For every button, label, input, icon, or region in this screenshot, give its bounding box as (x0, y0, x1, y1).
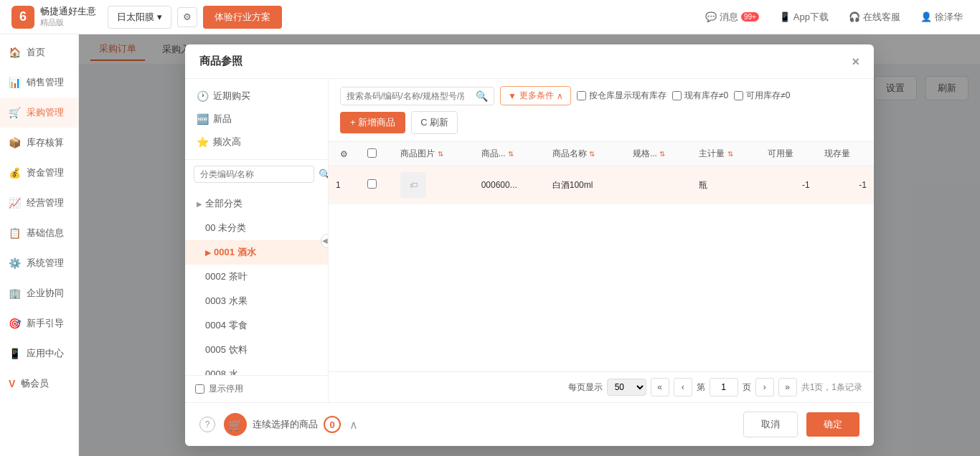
sort-name-icon: ⇅ (589, 150, 595, 158)
trial-btn[interactable]: 体验行业方案 (203, 6, 282, 29)
finance-icon: 💰 (9, 167, 21, 179)
new-icon: 🆕 (197, 113, 209, 125)
sales-icon: 📊 (9, 77, 21, 88)
cart-icon[interactable]: 🛒 (224, 413, 247, 436)
td-image: 🏷 (393, 166, 473, 204)
shortcut-frequent-label: 频次高 (213, 136, 241, 148)
cat-all[interactable]: ▶ 全部分类 (185, 191, 328, 216)
check-has-stock[interactable]: 现有库存≠0 (672, 90, 728, 102)
avatar: 👤 (920, 11, 932, 22)
sidebar-item-home[interactable]: 🏠 首页 (0, 37, 78, 67)
settings-icon[interactable]: ⚙ (177, 7, 197, 27)
modal-footer: ? 🛒 连续选择的商品 0 ∧ 取消 确定 (185, 402, 874, 446)
th-image[interactable]: 商品图片 ⇅ (393, 142, 473, 166)
page-label: 第 (697, 381, 705, 394)
page-size-select[interactable]: 50 10 20 100 (607, 379, 646, 396)
confirm-btn[interactable]: 确定 (806, 412, 859, 437)
check-by-warehouse[interactable]: 按仓库显示现有库存 (577, 90, 666, 102)
arrow-0001: ▶ (205, 249, 211, 257)
modal-header: 商品参照 × (185, 44, 874, 79)
cat-0004[interactable]: 0004 零食 (185, 313, 328, 338)
sidebar-item-sales[interactable]: 📊 销售管理 (0, 67, 78, 98)
logo-badge: 精品版 (40, 17, 96, 28)
sidebar-label-system: 系统管理 (27, 257, 64, 270)
table-row[interactable]: 1 🏷 000600... 白酒100ml (329, 166, 874, 204)
cat-0002[interactable]: 0002 茶叶 (185, 265, 328, 289)
logo-area: 6 畅捷通好生意 精品版 (11, 6, 96, 29)
sidebar-item-base[interactable]: 📋 基础信息 (0, 218, 78, 248)
modal-close-btn[interactable]: × (852, 55, 859, 68)
th-checkbox (360, 142, 394, 166)
shortcut-frequent[interactable]: ⭐ 频次高 (185, 130, 328, 153)
page-input[interactable] (710, 378, 738, 396)
operation-icon: 📈 (9, 197, 21, 209)
modal-title: 商品参照 (199, 54, 242, 68)
th-name[interactable]: 商品名称 ⇅ (545, 142, 626, 166)
show-disabled-label[interactable]: 显示停用 (209, 383, 243, 395)
cat-0005[interactable]: 0005 饮料 (185, 338, 328, 362)
product-panel: 🔍 ▼ 更多条件 ∧ 按仓库显示现有库存 (329, 79, 874, 402)
th-spec[interactable]: 规格... ⇅ (626, 142, 692, 166)
filter-more-btn[interactable]: ▼ 更多条件 ∧ (500, 86, 571, 105)
check-available-stock-input[interactable] (734, 91, 743, 100)
cat-0008[interactable]: 0008 水 (185, 362, 328, 375)
sidebar-label-inventory: 库存核算 (27, 136, 64, 149)
check-available-stock[interactable]: 可用库存≠0 (734, 90, 790, 102)
cat-00[interactable]: 00 未分类 (185, 216, 328, 240)
td-checkbox[interactable] (360, 166, 394, 204)
inventory-icon: 📦 (9, 137, 21, 148)
cat-0001[interactable]: ▶ 0001 酒水 (185, 240, 328, 265)
modal-backdrop[interactable]: 商品参照 × 🕐 近期购买 🆕 (79, 34, 980, 456)
refresh-btn[interactable]: C 刷新 (411, 111, 458, 134)
sidebar-item-operation[interactable]: 📈 经营管理 (0, 188, 78, 218)
sidebar-item-apps[interactable]: 📱 应用中心 (0, 338, 78, 369)
user-btn[interactable]: 👤 徐泽华 (915, 8, 969, 27)
cat-0008-label: 0008 水 (205, 368, 238, 375)
sidebar-item-guide[interactable]: 🎯 新手引导 (0, 308, 78, 338)
first-page-btn[interactable]: « (651, 378, 669, 396)
content-area: 采购订单 采购入库 采购退货 查询 设置 刷新 商品参照 × (79, 34, 980, 456)
shortcut-recent[interactable]: 🕐 近期购买 (185, 85, 328, 108)
th-code[interactable]: 商品... ⇅ (474, 142, 545, 166)
th-settings[interactable]: ⚙ (329, 142, 360, 166)
help-icon[interactable]: ? (199, 417, 215, 432)
category-search-input[interactable] (194, 166, 314, 183)
sidebar-item-corp[interactable]: 🏢 企业协同 (0, 278, 78, 308)
category-search-icon[interactable]: 🔍 (319, 168, 329, 180)
prev-page-btn[interactable]: ‹ (674, 378, 692, 396)
cat-0003-label: 0003 水果 (205, 295, 248, 308)
product-modal: 商品参照 × 🕐 近期购买 🆕 (185, 44, 874, 446)
nav-right: 💬 消息 99+ 📱 App下载 🎧 在线客服 👤 徐泽华 (699, 8, 969, 27)
sidebar-item-system[interactable]: ⚙️ 系统管理 (0, 248, 78, 278)
select-all-checkbox[interactable] (367, 148, 377, 158)
add-product-btn[interactable]: + 新增商品 (340, 112, 405, 133)
cat-0005-label: 0005 饮料 (205, 343, 248, 356)
product-search-input[interactable] (341, 87, 470, 105)
messages-btn[interactable]: 💬 消息 99+ (699, 8, 765, 27)
shortcut-new[interactable]: 🆕 新品 (185, 108, 328, 130)
search-box: 🔍 (340, 87, 494, 105)
cat-0003[interactable]: 0003 水果 (185, 289, 328, 313)
last-page-btn[interactable]: » (778, 378, 797, 396)
footer-collapse-btn[interactable]: ∧ (349, 418, 358, 432)
nav-selector[interactable]: 日太阳膜 ▾ (108, 6, 171, 29)
show-disabled-checkbox[interactable] (195, 384, 204, 394)
modal-body: 🕐 近期购买 🆕 新品 ⭐ 频次高 (185, 79, 874, 402)
check-has-stock-input[interactable] (672, 91, 682, 100)
category-list: ▶ 全部分类 00 未分类 ▶ 0001 酒水 0002 茶 (185, 189, 328, 375)
sidebar-item-inventory[interactable]: 📦 库存核算 (0, 128, 78, 158)
sidebar-item-member[interactable]: V 畅会员 (0, 369, 78, 399)
cancel-btn[interactable]: 取消 (743, 412, 798, 437)
row-checkbox[interactable] (367, 179, 377, 189)
check-by-warehouse-input[interactable] (577, 91, 586, 100)
sidebar-item-finance[interactable]: 💰 资金管理 (0, 158, 78, 188)
product-search-btn[interactable]: 🔍 (470, 87, 494, 105)
category-panel: 🕐 近期购买 🆕 新品 ⭐ 频次高 (185, 79, 329, 402)
next-page-btn[interactable]: › (755, 378, 774, 396)
sidebar-item-purchase[interactable]: 🛒 采购管理 (0, 98, 78, 128)
app-download-btn[interactable]: 📱 App下载 (773, 8, 834, 27)
sort-image-icon: ⇅ (438, 150, 443, 158)
sidebar-label-corp: 企业协同 (27, 287, 64, 300)
service-btn[interactable]: 🎧 在线客服 (843, 8, 906, 27)
th-unit[interactable]: 主计量 ⇅ (692, 142, 760, 166)
